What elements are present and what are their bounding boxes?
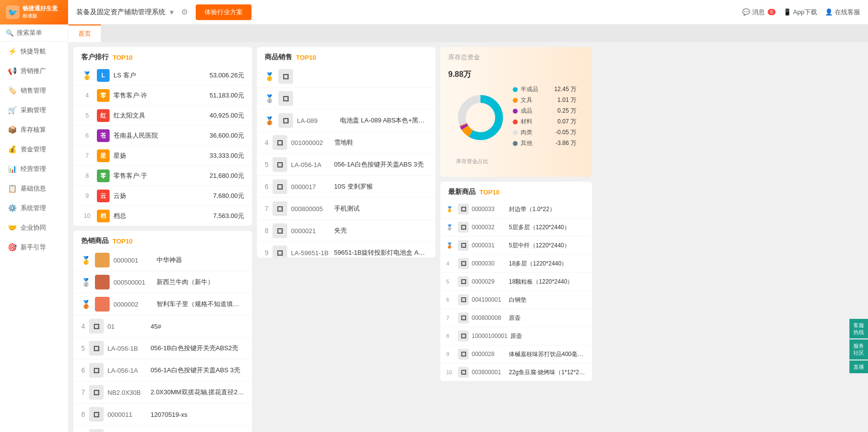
rank-num: 7 [446,315,455,321]
online-service-button[interactable]: 👤 在线客服 [825,8,860,17]
product-code: 0000002 [114,301,153,308]
product-code: 0000028 [472,351,506,358]
service-label: 在线客服 [835,8,860,17]
product-thumb-placeholder: 🔲 [273,157,287,172]
rank-num: 4 [81,322,85,330]
nav-icon-quick: ⚡ [8,47,17,56]
sidebar-item-basic-info[interactable]: 📋 基础信息 [0,179,68,198]
avatar: 云 [97,190,110,202]
product-name: 5层多层（1220*2440） [509,223,586,232]
donut-section: 半成品 12.45 万 文具 1.01 万 成品 0.25 万 [448,80,584,158]
product-name: 18颗粒板（1220*2440） [509,278,586,286]
legend-dot [513,98,518,103]
product-thumb: 🔲 [458,331,469,341]
list-item: 🥇 0000001 中华神器 [73,249,252,271]
list-item: 9 🔲 0000028 体械嘉枝味苏打饮品400毫升（1*15） [440,345,592,363]
list-item: 🥇 🔲 0000033 封边带（1.0*22） [440,200,592,218]
sidebar-item-quick-nav[interactable]: ⚡ 快捷导航 [0,42,68,61]
inventory-value: 9.88 [448,70,463,78]
settings-icon[interactable]: ⚙ [181,7,188,17]
list-item: 6 🔲 LA-056-1A 056-1A白色按键开关盖ABS 3壳 [73,360,252,382]
nav-icon-inventory: 📦 [8,125,17,134]
message-badge: 6 [768,9,776,15]
sidebar-item-marketing[interactable]: 📢 营销推广 [0,61,68,81]
float-service-live[interactable]: 直播 [849,360,868,373]
sidebar-item-finance[interactable]: 💰 资金管理 [0,140,68,159]
nav-label-marketing: 营销推广 [21,67,46,75]
rank-name: 零售客户·许 [114,91,206,100]
page-tabs: 首页 [69,24,868,42]
product-code: LA-056-1B [108,345,147,352]
product-thumb [95,297,110,312]
nav-icon-collab: 🤝 [8,223,17,232]
product-thumb [95,275,110,289]
sidebar-item-sales[interactable]: 🏷️ 销售管理 [0,81,68,100]
nav-icon-sales: 🏷️ [8,86,17,95]
list-item: 5 🔲 0000029 18颗粒板（1220*2440） [440,273,592,291]
product-thumb: 🔲 [458,204,469,215]
sidebar-item-operations[interactable]: 📊 经营管理 [0,159,68,179]
customer-rank-table: 🥇 L LS 客户 53,006.26元 4 零 零售客户·许 51,183.0… [73,66,252,226]
sidebar-item-system[interactable]: ⚙️ 系统管理 [0,198,68,218]
legend-value: -3.86 万 [555,139,576,147]
nav-icon-system: ⚙️ [8,204,17,213]
float-service-hotline[interactable]: 客服 热线 [849,319,868,339]
product-thumb: 🔲 [458,258,469,269]
search-label: 搜索菜单 [17,28,42,37]
rank-medal-icon: 🥇 [81,256,91,265]
list-item: 6 🔲 0000017 10S 变刹罗猴 [257,176,435,198]
product-code: LA-59651-1B [291,249,330,257]
customer-ranking-header: 客户排行 TOP10 [73,47,252,66]
product-name: 手机测试 [334,204,428,213]
sidebar-item-inventory[interactable]: 📦 库存核算 [0,120,68,140]
brand-header: 🐦 畅捷通好生意 标准版 [0,0,68,24]
product-name: 雪地鞋 [334,138,428,147]
table-row: 7 星 星扬 33,333.00元 [73,146,252,166]
tab-home[interactable]: 首页 [69,24,101,42]
product-code: LA-056-1A [108,367,147,374]
message-label: 消息 [752,8,765,17]
list-item: 🥉 🔲 0000031 5层中纤（1220*2440） [440,237,592,255]
rank-num-8: 10 [81,213,93,219]
sidebar-item-collab[interactable]: 🤝 企业协同 [0,218,68,238]
legend-label: 肉类 [521,128,552,137]
product-code: 10000100001 [472,333,507,339]
trial-button[interactable]: 体验行业方案 [196,4,251,20]
product-thumb-placeholder: 🔲 [89,341,104,356]
product-thumb-placeholder: 🔲 [278,113,293,128]
app-download-button[interactable]: 📱 App下载 [783,8,817,17]
header: 装备及固定资产辅助管理系统 ▼ ⚙ 体验行业方案 💬 消息 6 📱 App下载 … [69,0,868,24]
system-dropdown-arrow[interactable]: ▼ [168,8,175,16]
newest-products-top: TOP10 [480,189,500,196]
table-row: 🥇 L LS 客户 53,006.26元 [73,66,252,86]
rank-num: 5 [265,161,269,168]
search-menu[interactable]: 🔍 搜索菜单 [0,24,68,42]
float-service-community[interactable]: 服务 社区 [849,339,868,360]
rank-num: 6 [81,366,85,374]
product-code: LA-056-1A [291,161,330,168]
rank-num-7: 9 [81,192,93,199]
rank-value: 21,680.00元 [209,171,244,180]
hot-products-top: TOP10 [113,238,133,245]
product-thumb: 🔲 [458,312,469,323]
product-sales-header: 商品销售 TOP10 [257,47,435,66]
rank-num: 4 [265,139,269,146]
messages-button[interactable]: 💬 消息 6 [742,8,776,17]
product-name: 12070519-xs [151,411,244,418]
legend-label: 文具 [521,96,554,104]
sidebar-item-guide[interactable]: 🎯 新手引导 [0,238,68,257]
list-item: 8 🔲 0000021 夹壳 [257,220,435,242]
rank-medal-icon: 🥈 [446,224,455,231]
product-thumb-placeholder: 🔲 [278,91,293,106]
product-code: 0000029 [472,278,506,285]
product-name: 新西兰牛肉（新牛） [157,278,244,287]
sidebar-nav: ⚡ 快捷导航 📢 营销推广 🏷️ 销售管理 🛒 采购管理 📦 库存核算 💰 资金… [0,42,68,432]
sidebar-item-purchase[interactable]: 🛒 采购管理 [0,100,68,120]
inventory-card: 库存总资金 9.88万 [440,47,592,177]
product-name: 封边带（1.0*22） [509,205,586,214]
avatar: 红 [97,109,110,122]
legend-value: 1.01 万 [557,96,576,104]
product-code: 0000017 [291,183,330,191]
nav-icon-ops: 📊 [8,165,17,173]
product-code: 000800008 [472,314,506,321]
